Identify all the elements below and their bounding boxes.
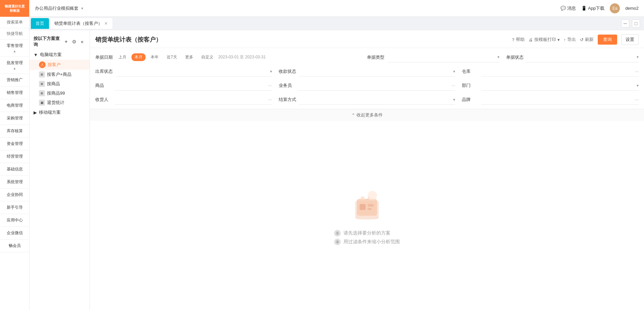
help-button[interactable]: ? 帮助: [512, 37, 524, 43]
sidebar-item-marketing[interactable]: 营销推广: [0, 74, 29, 87]
print-button[interactable]: 🖨 按模板打印 ▾: [529, 37, 560, 43]
sidebar-item-inventory[interactable]: 库存核算: [0, 125, 29, 138]
settlement-arrow-icon[interactable]: ▾: [453, 97, 455, 102]
salesperson-more-icon[interactable]: ···: [452, 83, 455, 88]
date-filter-buttons: 上月 本月 本年 近7天 更多 自定义 2023-03-01 至 2023-03…: [115, 53, 266, 61]
payment-status-arrow-icon[interactable]: ▾: [453, 69, 455, 74]
sidebar-item-sales[interactable]: 销售管理: [0, 87, 29, 99]
app-download-button[interactable]: 📱 App下载: [581, 5, 604, 11]
payment-status-label: 收款状态: [279, 68, 296, 74]
doc-type-arrow-icon[interactable]: ▾: [497, 55, 499, 59]
filter-receiver: 收货人 ···: [95, 95, 272, 105]
doc-type-control[interactable]: ▾: [387, 52, 499, 62]
date-btn-custom[interactable]: 自定义: [198, 53, 216, 61]
top-header: 办公用品行业模拟账套 ▾ 💬 消息 📱 App下载 Ea demo2: [30, 0, 644, 17]
tab-home[interactable]: 首页: [31, 18, 49, 29]
date-btn-more[interactable]: 更多: [182, 53, 196, 61]
date-btn-this-month[interactable]: 本月: [131, 53, 146, 61]
username[interactable]: demo2: [625, 6, 639, 11]
doc-status-label: 单据状态: [506, 54, 524, 60]
minimize-button[interactable]: ─: [621, 19, 629, 28]
sidebar-item-appstore[interactable]: 应用中心: [0, 214, 29, 227]
filter-row-4: 收货人 ··· 结算方式 ▾ 品牌: [95, 95, 639, 105]
salesperson-control[interactable]: ···: [298, 81, 455, 91]
sidebar-item-wholesale[interactable]: 批发管理 ▲: [0, 57, 29, 74]
add-scheme-button[interactable]: +: [63, 38, 69, 45]
tree-parent-mobile[interactable]: ▶ 移动端方案: [30, 107, 90, 117]
desktop-label: 电脑端方案: [40, 52, 62, 58]
brand-control[interactable]: ···: [481, 95, 639, 105]
tab-close-icon[interactable]: ✕: [104, 21, 108, 26]
tree-child-by-customer[interactable]: 人 按客户: [30, 60, 90, 70]
sidebar-item-finance[interactable]: 资金管理: [0, 138, 29, 150]
export-button[interactable]: ↑ 导出: [564, 37, 576, 43]
by-product-label: 按商品: [47, 81, 60, 87]
tree-child-by-product-99[interactable]: ⊞ 按商品99: [30, 89, 90, 98]
product-control[interactable]: ···: [115, 81, 272, 91]
tree-child-by-customer-product[interactable]: ⊞ 按客户+商品: [30, 70, 90, 79]
sidebar-item-member[interactable]: 畅会员: [0, 240, 29, 252]
department-arrow-icon[interactable]: ▾: [637, 83, 639, 88]
header-left: 办公用品行业模拟账套 ▾: [35, 5, 83, 11]
collapse-bar[interactable]: ⌃ 收起更多条件: [90, 109, 644, 121]
sidebar-item-ecommerce[interactable]: 电商管理: [0, 99, 29, 112]
sidebar-item-basic[interactable]: 基础信息: [0, 163, 29, 176]
tree-child-by-product[interactable]: ⊞ 按商品: [30, 79, 90, 89]
settlement-control[interactable]: ▾: [299, 95, 455, 105]
doc-status-control[interactable]: ▾: [526, 52, 639, 62]
tab-bar-actions: ─ □: [621, 19, 643, 28]
tree-mobile: ▶ 移动端方案: [30, 107, 90, 117]
tree-parent-desktop[interactable]: ▼ 电脑端方案: [30, 50, 90, 60]
tree-child-return-stats[interactable]: ▦ 退货统计: [30, 98, 90, 107]
date-btn-last-month[interactable]: 上月: [115, 53, 129, 61]
out-status-control[interactable]: ▾: [115, 66, 272, 76]
maximize-button[interactable]: □: [632, 19, 640, 28]
doc-status-arrow-icon[interactable]: ▾: [637, 55, 639, 59]
by-customer-product-label: 按客户+商品: [47, 71, 71, 78]
panel-title: 按以下方案查询: [34, 36, 63, 48]
logo: 畅捷通好生意 标账版: [0, 0, 29, 17]
doc-type-label: 单据类型: [367, 54, 384, 60]
payment-status-control[interactable]: ▾: [299, 66, 455, 76]
department-control[interactable]: ▾: [481, 81, 639, 91]
collapse-panel-button[interactable]: «: [79, 38, 86, 45]
tab-sales-stat[interactable]: 销货单统计表（按客户） ✕: [50, 18, 112, 29]
logo-subtext: 标账版: [10, 8, 20, 13]
right-panel: 销货单统计表（按客户） ? 帮助 🖨 按模板打印 ▾ ↑ 导出: [90, 30, 644, 310]
product-more-icon[interactable]: ···: [268, 83, 272, 88]
settings-scheme-button[interactable]: ⊙: [71, 38, 77, 45]
out-status-arrow-icon[interactable]: ▾: [270, 69, 272, 74]
sidebar-item-enterprise[interactable]: 企业协同: [0, 189, 29, 201]
operations-label: 经营管理: [7, 154, 23, 159]
wholesale-label: 批发管理: [7, 60, 23, 66]
filter-product: 商品 ···: [95, 81, 272, 91]
export-icon: ↑: [564, 37, 566, 42]
date-label: 单据日期: [95, 54, 113, 60]
sidebar-item-retail[interactable]: 零售管理 ▲: [0, 40, 29, 57]
sidebar-item-system[interactable]: 系统管理: [0, 176, 29, 189]
receiver-more-icon[interactable]: ···: [268, 97, 272, 102]
breadcrumb-dropdown-icon[interactable]: ▾: [81, 6, 83, 11]
brand-more-icon[interactable]: ···: [635, 97, 639, 102]
date-btn-this-year[interactable]: 本年: [148, 53, 162, 61]
sidebar-item-guide[interactable]: 新手引导: [0, 201, 29, 214]
settings-button[interactable]: 设置: [621, 34, 639, 45]
query-button[interactable]: 查询: [598, 35, 617, 45]
svg-rect-3: [360, 204, 366, 210]
warehouse-control[interactable]: ···: [481, 66, 639, 76]
refresh-button[interactable]: ↺ 刷新: [580, 37, 594, 43]
date-btn-7days[interactable]: 近7天: [164, 53, 180, 61]
sidebar-item-operations[interactable]: 经营管理: [0, 150, 29, 163]
guide-label: 新手引导: [7, 205, 23, 210]
messages-button[interactable]: 💬 消息: [560, 5, 576, 11]
filter-brand: 品牌 ···: [462, 95, 639, 105]
sidebar-item-wechat[interactable]: 企业微信: [0, 227, 29, 240]
sidebar-search[interactable]: 搜索菜单: [0, 17, 29, 28]
filter-area: 单据日期 上月 本月 本年 近7天 更多 自定义 2023-03-01 至 20…: [90, 48, 644, 109]
warehouse-more-icon[interactable]: ···: [635, 69, 639, 74]
sidebar-quick-nav[interactable]: 快捷导航: [0, 28, 29, 40]
filter-salesperson: 业务员 ···: [279, 81, 455, 91]
sidebar-item-purchase[interactable]: 采购管理: [0, 112, 29, 125]
settlement-label: 结算方式: [279, 97, 296, 103]
receiver-control[interactable]: ···: [115, 95, 272, 105]
